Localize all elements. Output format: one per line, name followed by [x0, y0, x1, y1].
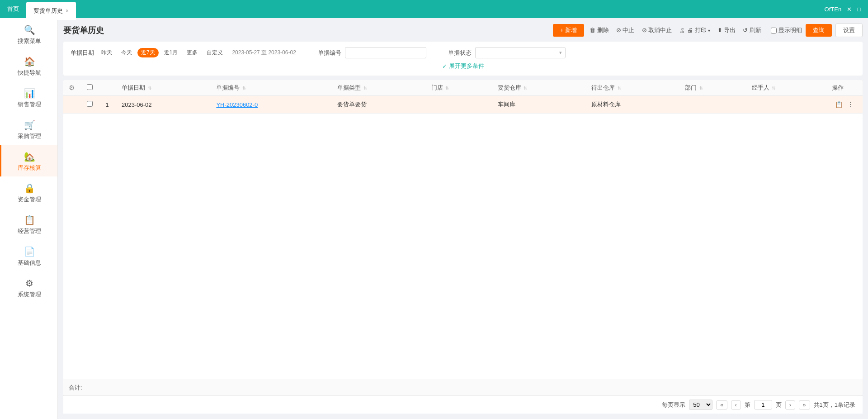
- th-doc-type[interactable]: 单据类型 ⇅: [332, 80, 425, 96]
- sidebar-item-finance-mgmt[interactable]: 🔒 资金管理: [0, 176, 57, 208]
- filter-area: 单据日期 昨天 今天 近7天 近1月 更多 自定义 2023-05-27 至 2…: [63, 42, 863, 76]
- purchase-mgmt-icon: 🛒: [24, 119, 35, 130]
- sidebar-item-sales-mgmt[interactable]: 📊 销售管理: [0, 81, 57, 113]
- sidebar: 🔍 搜索菜单 🏠 快捷导航 📊 销售管理 🛒 采购管理 🏡 库存核算 🔒 资金管…: [0, 18, 58, 419]
- th-ops: 操作: [826, 80, 863, 96]
- data-table: ⚙ 单据日期 ⇅ 单据编号 ⇅: [63, 80, 863, 114]
- tab-bar: 首页 要货单历史 ×: [0, 0, 76, 18]
- add-button[interactable]: + 新增: [553, 24, 584, 37]
- date-filter-label: 单据日期: [71, 49, 94, 57]
- th-settings[interactable]: ⚙: [63, 80, 81, 96]
- operations-mgmt-icon: 📋: [24, 214, 35, 225]
- row-more-icon[interactable]: ⋮: [845, 100, 855, 110]
- expand-more-icon: ✓: [442, 63, 447, 70]
- stop-button[interactable]: ⊘ 中止: [614, 26, 637, 34]
- sidebar-item-system-mgmt[interactable]: ⚙ 系统管理: [0, 271, 57, 303]
- td-doc-date: 2023-06-02: [116, 96, 211, 114]
- sort-dept-icon: ⇅: [699, 86, 703, 90]
- show-detail-checkbox[interactable]: [771, 28, 777, 33]
- content-area: 要货单历史 + 新增 🗑 删除 ⊘ 中止 ⊘ 取消中止 🖨 🖨 打印 ▾ ⬆ 导…: [58, 18, 868, 419]
- table-row: 1 2023-06-02 YH-20230602-0 要货单要货 车间库 原材料…: [63, 96, 863, 114]
- prev-page-btn[interactable]: ‹: [731, 400, 741, 409]
- page-title: 要货单历史: [63, 25, 553, 36]
- pagination-bar: 每页显示 10 20 50 100 « ‹ 第 页 › » 共1页，1条记录: [63, 395, 863, 414]
- tab-close-icon[interactable]: ×: [66, 8, 69, 14]
- status-select-wrap: [475, 47, 566, 58]
- th-dept[interactable]: 部门 ⇅: [679, 80, 746, 96]
- filter-row-1: 单据日期 昨天 今天 近7天 近1月 更多 自定义 2023-05-27 至 2…: [71, 47, 855, 58]
- cancel-stop-button[interactable]: ⊘ 取消中止: [640, 26, 674, 34]
- page-number-input[interactable]: [754, 400, 772, 409]
- page-header: 要货单历史 + 新增 🗑 删除 ⊘ 中止 ⊘ 取消中止 🖨 🖨 打印 ▾ ⬆ 导…: [63, 24, 863, 37]
- refresh-button[interactable]: ↺ 刷新: [741, 26, 763, 34]
- date-opt-more[interactable]: 更多: [183, 48, 201, 57]
- expand-more-btn[interactable]: ✓ 展开更多条件: [71, 62, 855, 70]
- date-opt-today[interactable]: 今天: [118, 48, 136, 57]
- th-check[interactable]: [81, 80, 98, 96]
- basic-info-icon: 📄: [24, 246, 35, 257]
- sidebar-item-purchase-mgmt[interactable]: 🛒 采购管理: [0, 113, 57, 145]
- export-button[interactable]: ⬆ 导出: [716, 26, 738, 34]
- finance-mgmt-icon: 🔒: [24, 183, 35, 194]
- th-doc-num[interactable]: 单据编号 ⇅: [211, 80, 332, 96]
- main-layout: 🔍 搜索菜单 🏠 快捷导航 📊 销售管理 🛒 采购管理 🏡 库存核算 🔒 资金管…: [0, 18, 868, 419]
- settings-col-icon[interactable]: ⚙: [69, 84, 75, 91]
- next-page-btn[interactable]: ›: [785, 400, 795, 409]
- td-dept: [679, 96, 746, 114]
- th-doc-date[interactable]: 单据日期 ⇅: [116, 80, 211, 96]
- sidebar-item-operations-mgmt[interactable]: 📋 经营管理: [0, 208, 57, 240]
- sort-doc-date-icon: ⇅: [148, 86, 151, 90]
- date-opt-custom[interactable]: 自定义: [203, 48, 226, 57]
- window-maximize-icon[interactable]: □: [857, 6, 861, 13]
- date-filter-group: 单据日期 昨天 今天 近7天 近1月 更多 自定义 2023-05-27 至 2…: [71, 48, 296, 57]
- sort-store-icon: ⇅: [445, 86, 449, 90]
- tab-home[interactable]: 首页: [0, 0, 26, 18]
- print-button[interactable]: 🖨 🖨 打印 ▾: [677, 26, 712, 34]
- td-handler: [746, 96, 826, 114]
- last-page-btn[interactable]: »: [799, 400, 810, 409]
- docnum-input[interactable]: [345, 47, 426, 58]
- table-body: 1 2023-06-02 YH-20230602-0 要货单要货 车间库 原材料…: [63, 96, 863, 114]
- td-doc-type: 要货单要货: [332, 96, 425, 114]
- td-check[interactable]: [81, 96, 98, 114]
- docnum-label: 单据编号: [318, 49, 341, 57]
- select-all-checkbox[interactable]: [87, 84, 93, 90]
- show-detail-toggle[interactable]: 显示明细: [771, 26, 802, 34]
- td-ops: 📋 ⋮: [826, 96, 863, 114]
- print-icon: 🖨: [679, 27, 685, 34]
- search-menu-icon: 🔍: [24, 24, 35, 35]
- sidebar-item-quick-nav[interactable]: 🏠 快捷导航: [0, 50, 57, 81]
- date-range-display: 2023-05-27 至 2023-06-02: [232, 49, 296, 57]
- th-num: [98, 80, 116, 96]
- sort-doc-num-icon: ⇅: [242, 86, 246, 90]
- sidebar-item-inventory[interactable]: 🏡 库存核算: [0, 145, 57, 176]
- settings-button[interactable]: 设置: [835, 24, 863, 37]
- window-close-icon[interactable]: ✕: [847, 6, 852, 13]
- tab-requisition-history[interactable]: 要货单历史 ×: [26, 2, 76, 20]
- inventory-icon: 🏡: [24, 151, 35, 162]
- status-select[interactable]: [475, 47, 566, 58]
- system-mgmt-icon: ⚙: [25, 278, 33, 289]
- row-checkbox[interactable]: [87, 101, 93, 107]
- date-opt-last7[interactable]: 近7天: [137, 48, 159, 57]
- status-filter-group: 单据状态: [448, 47, 566, 58]
- date-opt-last1month[interactable]: 近1月: [160, 48, 182, 57]
- td-req-warehouse: 车间库: [492, 96, 586, 114]
- first-page-btn[interactable]: «: [716, 400, 727, 409]
- sidebar-item-basic-info[interactable]: 📄 基础信息: [0, 240, 57, 271]
- query-button[interactable]: 查询: [806, 24, 832, 37]
- date-opt-yesterday[interactable]: 昨天: [98, 48, 116, 57]
- total-info: 共1页，1条记录: [814, 401, 855, 409]
- date-options: 昨天 今天 近7天 近1月 更多 自定义: [98, 48, 226, 57]
- sort-doc-type-icon: ⇅: [363, 86, 367, 90]
- th-req-warehouse[interactable]: 要货仓库 ⇅: [492, 80, 586, 96]
- sidebar-item-search-menu[interactable]: 🔍 搜索菜单: [0, 18, 57, 50]
- delete-button[interactable]: 🗑 删除: [588, 26, 611, 34]
- td-doc-num: YH-20230602-0: [211, 96, 332, 114]
- th-handler[interactable]: 经手人 ⇅: [746, 80, 826, 96]
- per-page-select[interactable]: 10 20 50 100: [689, 400, 712, 410]
- th-store[interactable]: 门店 ⇅: [426, 80, 492, 96]
- row-edit-icon[interactable]: 📋: [834, 100, 844, 110]
- doc-num-link[interactable]: YH-20230602-0: [216, 101, 258, 108]
- th-pending-warehouse[interactable]: 待出仓库 ⇅: [586, 80, 679, 96]
